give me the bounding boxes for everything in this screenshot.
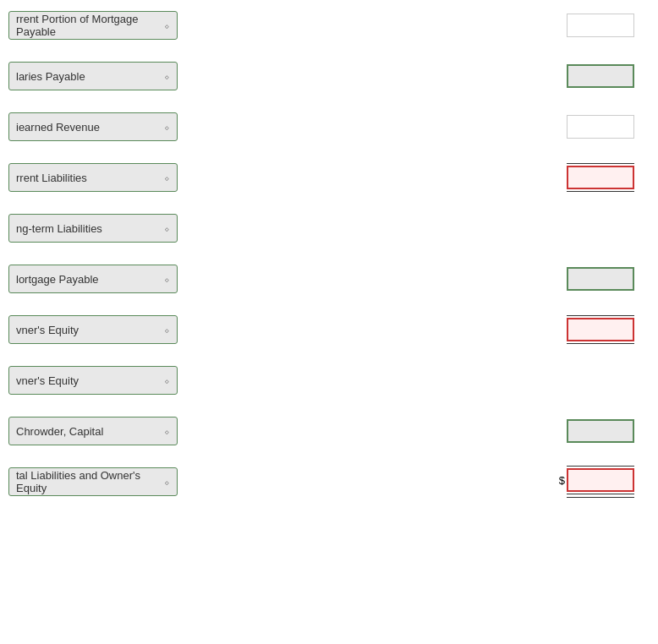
top-separator-line [567,466,634,467]
chevron-down-icon: ⬦ [164,172,170,183]
table-row: rrent Portion of Mortgage Payable ⬦ [0,0,658,51]
unearned-revenue-dropdown[interactable]: iearned Revenue ⬦ [8,112,178,141]
double-bottom-lines [567,494,634,498]
top-separator-line [567,163,634,164]
content-inner: rrent Portion of Mortgage Payable ⬦ lari… [0,0,658,507]
value-col [550,315,651,344]
scroll-area[interactable]: rrent Portion of Mortgage Payable ⬦ lari… [0,0,658,507]
dropdown-wrapper: tal Liabilities and Owner's Equity ⬦ [8,467,178,496]
owners-equity-header-dropdown[interactable]: vner's Equity ⬦ [8,315,178,344]
top-separator-line [567,315,634,316]
salaries-payable-dropdown[interactable]: laries Payable ⬦ [8,62,178,90]
dropdown-wrapper: lortgage Payable ⬦ [8,265,178,293]
long-term-liabilities-dropdown[interactable]: ng-term Liabilities ⬦ [8,214,178,243]
label-col: lortgage Payable ⬦ [0,265,550,293]
dropdown-label: vner's Equity [16,324,79,336]
dropdown-wrapper: vner's Equity ⬦ [8,315,178,344]
value-col [550,163,651,192]
label-col: rrent Liabilities ⬦ [0,163,550,192]
table-row: ng-term Liabilities ⬦ [0,203,658,254]
table-row: iearned Revenue ⬦ [0,101,658,152]
table-row: tal Liabilities and Owner's Equity ⬦ $ [0,456,658,507]
owners-equity-sub-dropdown[interactable]: vner's Equity ⬦ [8,366,178,395]
label-col: laries Payable ⬦ [0,62,550,90]
table-row: laries Payable ⬦ [0,51,658,101]
bottom-line-2 [567,497,634,498]
value-col: $ [550,466,651,498]
chevron-down-icon: ⬦ [164,375,170,385]
value-col [550,419,651,443]
dropdown-wrapper: rrent Liabilities ⬦ [8,163,178,192]
dropdown-wrapper: vner's Equity ⬦ [8,366,178,395]
chevron-down-icon: ⬦ [164,223,170,233]
value-with-lines [567,315,634,344]
dropdown-label: rrent Portion of Mortgage Payable [16,13,170,38]
chevron-down-icon: ⬦ [164,325,170,335]
dropdown-label: laries Payable [16,70,85,83]
table-row: lortgage Payable ⬦ [0,254,658,304]
unearned-revenue-input[interactable] [567,115,634,139]
current-portion-input[interactable] [567,14,634,37]
value-with-lines [567,163,634,192]
value-col [550,267,651,291]
dropdown-wrapper: iearned Revenue ⬦ [8,112,178,141]
dropdown-wrapper: rrent Portion of Mortgage Payable ⬦ [8,11,178,40]
chrowder-capital-input[interactable] [567,419,634,443]
value-col [550,115,651,139]
value-col [550,64,651,88]
chrowder-capital-dropdown[interactable]: Chrowder, Capital ⬦ [8,417,178,445]
table-row: rrent Liabilities ⬦ [0,152,658,203]
bottom-line-1 [567,494,634,494]
chevron-down-icon: ⬦ [164,426,170,436]
total-liabilities-equity-input[interactable] [567,468,634,492]
label-col: iearned Revenue ⬦ [0,112,550,141]
chevron-down-icon: ⬦ [164,71,170,81]
chevron-down-icon: ⬦ [164,122,170,132]
label-col: ng-term Liabilities ⬦ [0,214,550,243]
dropdown-wrapper: Chrowder, Capital ⬦ [8,417,178,445]
dropdown-label: tal Liabilities and Owner's Equity [16,469,170,494]
dropdown-label: iearned Revenue [16,121,100,134]
label-col: Chrowder, Capital ⬦ [0,417,550,445]
dollar-input-group: $ [559,468,634,492]
dropdown-label: rrent Liabilities [16,172,87,184]
current-liabilities-dropdown[interactable]: rrent Liabilities ⬦ [8,163,178,192]
current-liabilities-input[interactable] [567,166,634,189]
bottom-separator-line [567,191,634,192]
chevron-down-icon: ⬦ [164,274,170,284]
owners-equity-header-input[interactable] [567,318,634,341]
current-portion-dropdown[interactable]: rrent Portion of Mortgage Payable ⬦ [8,11,178,40]
dropdown-label: ng-term Liabilities [16,222,102,235]
value-with-lines: $ [559,466,634,498]
dropdown-wrapper: laries Payable ⬦ [8,62,178,90]
label-col: tal Liabilities and Owner's Equity ⬦ [0,467,550,496]
total-liabilities-equity-dropdown[interactable]: tal Liabilities and Owner's Equity ⬦ [8,467,178,496]
value-col [550,14,651,37]
table-row: Chrowder, Capital ⬦ [0,406,658,456]
label-col: vner's Equity ⬦ [0,315,550,344]
table-row: vner's Equity ⬦ [0,304,658,355]
dropdown-wrapper: ng-term Liabilities ⬦ [8,214,178,243]
table-row: vner's Equity ⬦ [0,355,658,406]
dollar-sign: $ [559,474,565,487]
mortgage-payable-dropdown[interactable]: lortgage Payable ⬦ [8,265,178,293]
dropdown-label: Chrowder, Capital [16,425,103,438]
label-col: vner's Equity ⬦ [0,366,550,395]
label-col: rrent Portion of Mortgage Payable ⬦ [0,11,550,40]
dropdown-label: vner's Equity [16,374,79,387]
bottom-separator-line [567,343,634,344]
mortgage-payable-input[interactable] [567,267,634,291]
salaries-payable-input[interactable] [567,64,634,88]
dropdown-label: lortgage Payable [16,273,99,286]
